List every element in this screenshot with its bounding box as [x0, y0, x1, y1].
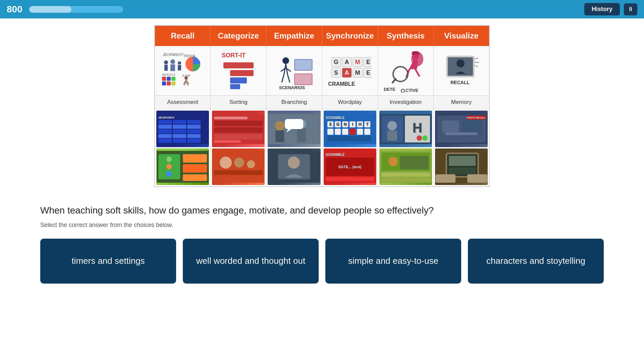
svg-rect-79 — [158, 125, 172, 129]
svg-rect-86 — [173, 134, 186, 138]
svg-rect-88 — [158, 139, 172, 143]
svg-point-153 — [417, 135, 422, 141]
svg-rect-59 — [412, 51, 418, 54]
scramble-screenshot-1[interactable]: SCRAMBLE S G N I H T — [324, 111, 376, 147]
svg-rect-77 — [173, 120, 186, 124]
svg-rect-85 — [158, 134, 172, 138]
main-content: Recall Categorize Empathize Synchronize … — [0, 18, 644, 290]
svg-text:H: H — [412, 120, 422, 135]
svg-rect-4 — [170, 64, 175, 71]
svg-rect-13 — [162, 81, 166, 85]
history-button[interactable]: History — [584, 3, 620, 15]
synthesis-screenshots: H — [378, 109, 434, 186]
svg-rect-84 — [187, 129, 201, 133]
col-header-synchronize: Synchronize — [322, 26, 378, 46]
visualize-recall-icon-svg: RECALL — [439, 51, 483, 91]
jeopardy-screenshot[interactable]: JEOPARDY — [156, 111, 209, 147]
svg-point-108 — [247, 160, 255, 168]
grid-category-row: Assessment Sorting Branching Wordplay In… — [155, 95, 489, 109]
svg-text:S: S — [329, 122, 332, 127]
svg-rect-12 — [171, 77, 175, 81]
svg-rect-83 — [173, 129, 186, 133]
svg-rect-90 — [187, 139, 201, 143]
svg-rect-158 — [400, 156, 428, 169]
category-recall: Assessment — [155, 96, 211, 109]
svg-rect-165 — [445, 132, 477, 135]
svg-rect-150 — [387, 131, 397, 141]
sortit-screenshot-1[interactable] — [212, 111, 265, 147]
svg-rect-96 — [183, 154, 207, 163]
svg-rect-102 — [214, 127, 263, 133]
svg-text:M: M — [355, 59, 360, 65]
choice-c[interactable]: simple and easy-to-use — [325, 239, 461, 284]
svg-point-5 — [178, 61, 181, 65]
scenario-screenshot-2[interactable] — [268, 148, 320, 185]
svg-rect-80 — [173, 125, 186, 129]
choice-d[interactable]: characters and stoytelling — [468, 239, 604, 284]
empathize-screenshots — [266, 109, 322, 186]
detective-icon-svg: DETE CTIVE — [382, 49, 429, 93]
svg-rect-82 — [158, 129, 172, 133]
svg-text:SORT-IT: SORT-IT — [222, 52, 246, 59]
recall-screenshots: JEOPARDY — [155, 109, 211, 186]
svg-text:E: E — [366, 59, 370, 65]
svg-rect-101 — [214, 121, 263, 126]
svg-text:A: A — [345, 59, 349, 65]
svg-rect-25 — [230, 77, 247, 83]
choice-a[interactable]: timers and settings — [40, 239, 176, 284]
svg-point-120 — [288, 157, 300, 169]
svg-text:RECALL: RECALL — [450, 80, 470, 85]
svg-rect-104 — [214, 140, 241, 143]
puzzle-screenshot[interactable] — [156, 148, 209, 185]
sortit-screenshot-2[interactable] — [212, 148, 265, 185]
svg-line-73 — [475, 66, 478, 67]
svg-point-93 — [166, 157, 172, 162]
svg-rect-23 — [223, 62, 254, 68]
svg-rect-138 — [350, 129, 356, 135]
grid-icon-row: JEOPARDY! TRIVIA MATCH 3 — [155, 46, 489, 95]
synchronize-screenshots: SCRAMBLE S G N I H T — [322, 109, 378, 186]
scenario-screenshot-1[interactable] — [268, 111, 320, 147]
svg-rect-116 — [285, 119, 303, 129]
svg-rect-140 — [364, 129, 370, 135]
recall-screenshot-2[interactable] — [435, 148, 488, 185]
game-grid: Recall Categorize Empathize Synchronize … — [154, 25, 490, 187]
svg-rect-24 — [230, 70, 254, 76]
svg-point-112 — [275, 121, 284, 130]
svg-rect-135 — [327, 129, 333, 135]
svg-rect-89 — [173, 139, 186, 143]
svg-text:SCRAMBLE: SCRAMBLE — [328, 81, 355, 87]
svg-point-1 — [164, 60, 168, 64]
question-text: When teaching soft skills, how do games … — [40, 204, 604, 217]
svg-point-154 — [422, 135, 428, 141]
svg-text:E: E — [366, 69, 370, 76]
recall-icon-cell: JEOPARDY! TRIVIA MATCH 3 — [155, 46, 211, 95]
svg-rect-14 — [167, 81, 171, 85]
svg-point-3 — [170, 59, 175, 64]
sortit-icon-svg: SORT-IT — [217, 51, 260, 91]
choice-b[interactable]: well worded and thought out — [183, 239, 319, 284]
svg-rect-115 — [297, 129, 306, 142]
scenarios-icon-svg: SCENARIOS — [272, 51, 316, 91]
col-header-synthesis: Synthesis — [378, 26, 434, 46]
svg-rect-6 — [178, 65, 181, 70]
svg-point-65 — [401, 89, 405, 93]
recall-screenshot-1[interactable]: PHOTO RECALL — [435, 111, 488, 147]
svg-rect-15 — [171, 81, 175, 85]
svg-rect-173 — [435, 174, 455, 183]
detective-screenshot-2[interactable] — [379, 148, 432, 185]
svg-rect-164 — [462, 119, 482, 134]
scramble-screenshot-2[interactable]: SCRAMBLE SGTE... (text) — [324, 148, 376, 185]
col-header-recall: Recall — [155, 26, 211, 46]
instruction-text: Select the correct answer from the choic… — [40, 222, 604, 229]
svg-point-27 — [282, 57, 289, 64]
visualize-icon-cell: RECALL — [434, 46, 489, 95]
pause-button[interactable]: ⏸ — [624, 3, 637, 15]
svg-text:I: I — [352, 122, 353, 127]
choices-row: timers and settings well worded and thou… — [40, 239, 604, 284]
svg-text:G: G — [334, 59, 338, 65]
svg-text:MATCH 3: MATCH 3 — [162, 73, 175, 76]
svg-text:M: M — [355, 69, 360, 76]
detective-screenshot-1[interactable]: H — [379, 111, 432, 147]
svg-rect-103 — [214, 134, 263, 139]
